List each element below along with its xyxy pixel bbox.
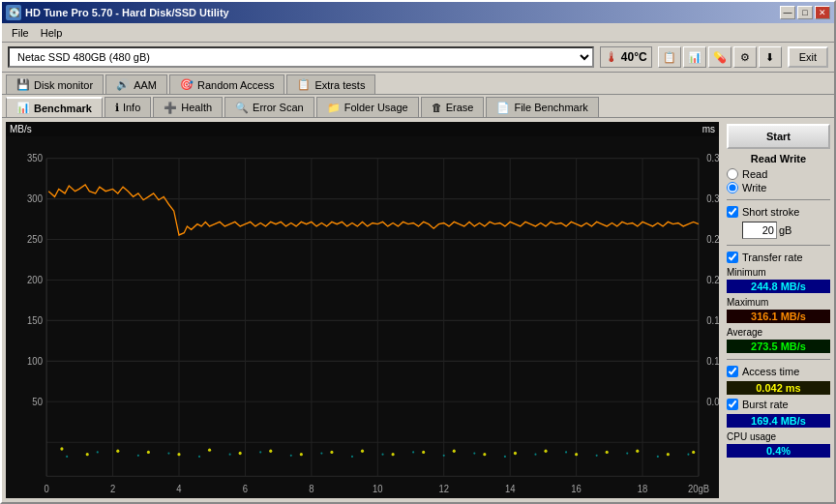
extra-tests-icon: 📋 — [297, 78, 311, 91]
average-stat: Average 273.5 MB/s — [727, 327, 830, 353]
radio-group: Read Write — [727, 168, 830, 193]
svg-text:0.25: 0.25 — [706, 234, 719, 245]
svg-point-41 — [239, 452, 242, 455]
window-title: HD Tune Pro 5.70 - Hard Disk/SSD Utility — [25, 7, 229, 18]
arrow-icon-btn[interactable]: ⬇ — [759, 46, 782, 68]
health-label: Health — [181, 102, 212, 113]
svg-text:2: 2 — [110, 484, 115, 494]
svg-point-47 — [422, 451, 425, 454]
short-stroke-checkbox[interactable] — [727, 206, 738, 218]
random-access-label: Random Access — [197, 79, 274, 91]
access-time-checkbox-item: Access time — [727, 366, 830, 377]
access-time-value: 0.042 ms — [727, 381, 830, 395]
tab-erase[interactable]: 🗑 Erase — [421, 97, 485, 117]
info-icon-btn[interactable]: 📋 — [658, 46, 681, 68]
aam-icon: 🔊 — [116, 78, 130, 91]
access-time-checkbox[interactable] — [727, 366, 738, 377]
svg-text:4: 4 — [176, 484, 182, 494]
spinbox-row: gB — [742, 222, 830, 239]
svg-text:0.15: 0.15 — [706, 314, 719, 325]
maximize-button[interactable]: □ — [797, 6, 813, 19]
tab-file-benchmark[interactable]: 📄 File Benchmark — [486, 97, 598, 117]
svg-point-74 — [596, 455, 598, 457]
benchmark-label: Benchmark — [34, 103, 92, 114]
file-menu[interactable]: File — [6, 26, 35, 40]
health-icon-btn[interactable]: 💊 — [708, 46, 732, 68]
transfer-rate-checkbox[interactable] — [727, 252, 738, 263]
chart-icon-btn[interactable]: 📊 — [683, 46, 706, 68]
svg-text:150: 150 — [27, 314, 43, 325]
burst-rate-checkbox[interactable] — [727, 399, 738, 410]
minimize-button[interactable]: — — [780, 6, 795, 19]
svg-text:50: 50 — [32, 396, 43, 406]
menubar: File Help — [2, 23, 834, 43]
svg-point-70 — [473, 452, 475, 454]
start-button[interactable]: Start — [727, 124, 830, 149]
info-label: Info — [123, 102, 140, 113]
thermometer-icon: 🌡 — [605, 49, 618, 65]
svg-point-68 — [412, 451, 414, 453]
short-stroke-label: Short stroke — [742, 206, 799, 218]
divider-1 — [727, 199, 830, 200]
svg-point-63 — [259, 451, 261, 453]
svg-text:20gB: 20gB — [688, 484, 710, 494]
svg-point-42 — [269, 450, 272, 453]
y-label-right: ms — [702, 124, 715, 134]
disk-monitor-icon: 💾 — [16, 78, 30, 91]
svg-text:250: 250 — [27, 234, 43, 245]
svg-text:8: 8 — [309, 484, 314, 494]
svg-text:350: 350 — [27, 153, 43, 163]
close-button[interactable]: ✕ — [815, 6, 830, 19]
short-stroke-spinbox[interactable] — [742, 222, 777, 239]
svg-point-45 — [361, 450, 364, 453]
toolbar-icons: 📋 📊 💊 ⚙ ⬇ — [658, 46, 782, 68]
top-tabs: 💾 Disk monitor 🔊 AAM 🎯 Random Access 📋 E… — [2, 73, 834, 94]
read-radio-item: Read — [727, 168, 830, 180]
tab-random-access[interactable]: 🎯 Random Access — [169, 74, 284, 94]
error-scan-icon: 🔍 — [235, 102, 249, 114]
minimum-stat: Minimum 244.8 MB/s — [727, 267, 830, 293]
tab-error-scan[interactable]: 🔍 Error Scan — [224, 97, 314, 117]
exit-button[interactable]: Exit — [788, 46, 828, 68]
short-stroke-unit: gB — [779, 224, 791, 236]
tab-health[interactable]: ➕ Health — [153, 97, 223, 117]
svg-point-36 — [86, 453, 89, 456]
error-scan-label: Error Scan — [253, 102, 304, 113]
svg-point-77 — [687, 454, 689, 456]
svg-text:6: 6 — [243, 484, 249, 494]
tab-disk-monitor[interactable]: 💾 Disk monitor — [6, 74, 104, 94]
burst-rate-stat: 169.4 MB/s — [727, 414, 830, 428]
folder-usage-icon: 📁 — [327, 102, 341, 114]
cpu-usage-value: 0.4% — [727, 444, 830, 458]
read-radio[interactable] — [727, 168, 738, 180]
main-window: 💽 HD Tune Pro 5.70 - Hard Disk/SSD Utili… — [0, 0, 836, 504]
help-menu[interactable]: Help — [35, 26, 69, 40]
burst-rate-checkbox-item: Burst rate — [727, 399, 830, 410]
svg-point-69 — [443, 455, 445, 457]
tab-aam[interactable]: 🔊 AAM — [105, 74, 167, 94]
tab-benchmark[interactable]: 📊 Benchmark — [6, 97, 103, 117]
svg-text:14: 14 — [505, 484, 516, 494]
svg-point-57 — [66, 456, 68, 458]
title-bar: 💽 HD Tune Pro 5.70 - Hard Disk/SSD Utili… — [2, 2, 834, 23]
main-content: MB/s ms — [2, 117, 834, 502]
tab-folder-usage[interactable]: 📁 Folder Usage — [316, 97, 419, 117]
folder-usage-label: Folder Usage — [344, 102, 408, 113]
file-benchmark-label: File Benchmark — [514, 102, 587, 113]
svg-point-38 — [147, 451, 150, 454]
svg-point-66 — [351, 456, 353, 458]
drive-selector[interactable]: Netac SSD 480GB (480 gB) — [8, 46, 594, 68]
svg-point-55 — [667, 453, 670, 456]
tab-info[interactable]: ℹ Info — [104, 97, 151, 117]
y-label-left: MB/s — [10, 124, 32, 134]
settings-icon-btn[interactable]: ⚙ — [733, 46, 757, 68]
tab-extra-tests[interactable]: 📋 Extra tests — [286, 74, 375, 94]
svg-point-67 — [382, 454, 384, 456]
svg-point-73 — [565, 451, 567, 453]
svg-point-58 — [97, 451, 99, 453]
chart-svg: 350 300 250 200 150 100 50 0.35 0.30 0.2… — [6, 136, 719, 498]
short-stroke-checkbox-item: Short stroke — [727, 206, 830, 218]
right-panel: Start Read Write Read Write Short stroke — [723, 118, 834, 502]
write-radio[interactable] — [727, 182, 738, 193]
svg-text:12: 12 — [438, 484, 449, 494]
